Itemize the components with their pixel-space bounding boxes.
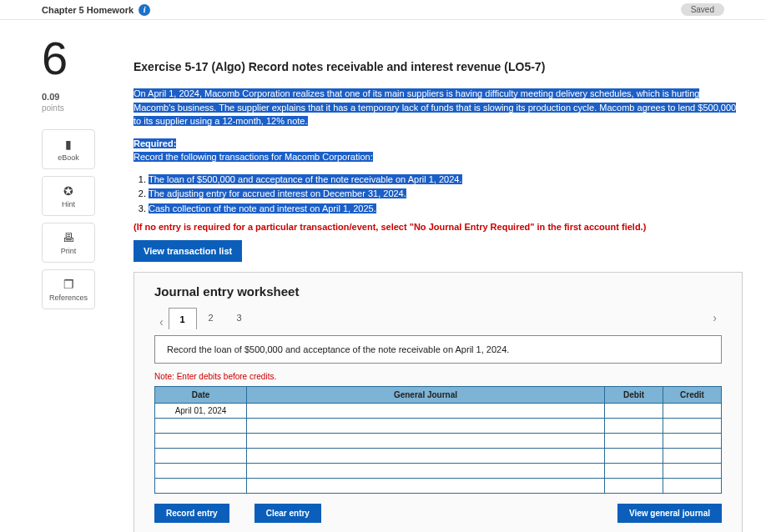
journal-table: Date General Journal Debit Credit April … — [154, 386, 722, 494]
cell-date[interactable] — [155, 419, 247, 434]
enter-note: Note: Enter debits before credits. — [154, 372, 722, 381]
required-intro: Record the following transactions for Ma… — [134, 152, 373, 162]
hint-label: Hint — [62, 200, 75, 208]
points-label: points — [42, 103, 108, 113]
chevron-left-icon[interactable]: ‹ — [154, 315, 169, 329]
th-credit: Credit — [663, 387, 722, 404]
required-block: Required: Record the following transacti… — [134, 137, 743, 164]
cell-journal[interactable] — [247, 464, 605, 479]
instruction-box: Record the loan of $500,000 and acceptan… — [154, 335, 722, 364]
cell-journal[interactable] — [247, 479, 605, 494]
points-value: 0.09 — [42, 92, 108, 102]
list-item: The adjusting entry for accrued interest… — [149, 187, 743, 201]
ebook-label: eBook — [58, 153, 79, 162]
worksheet-tab-1[interactable]: 1 — [169, 308, 197, 329]
cell-debit[interactable] — [605, 464, 663, 479]
worksheet-tab-2[interactable]: 2 — [197, 307, 225, 329]
cell-date[interactable]: April 01, 2024 — [155, 404, 247, 419]
worksheet-title: Journal entry worksheet — [154, 284, 722, 299]
cell-credit[interactable] — [663, 404, 722, 419]
nav-buttons: ▮ eBook ✪ Hint 🖶 Print ❐ References — [42, 129, 108, 309]
cell-debit[interactable] — [605, 419, 663, 434]
left-sidebar: 6 0.09 points ▮ eBook ✪ Hint 🖶 Print ❐ R… — [42, 28, 108, 532]
cell-debit[interactable] — [605, 404, 663, 419]
req-item-2: The adjusting entry for accrued interest… — [149, 188, 406, 198]
th-date: Date — [155, 387, 247, 404]
hint-button[interactable]: ✪ Hint — [42, 176, 95, 216]
question-number: 6 — [42, 35, 108, 82]
th-journal: General Journal — [247, 387, 605, 404]
worksheet-tabs-row: ‹ 1 2 3 › — [154, 307, 722, 329]
cell-journal[interactable] — [247, 449, 605, 464]
cell-debit[interactable] — [605, 479, 663, 494]
cell-credit[interactable] — [663, 464, 722, 479]
journal-worksheet: Journal entry worksheet ‹ 1 2 3 › Record… — [134, 272, 743, 532]
saved-badge: Saved — [681, 3, 724, 16]
table-row — [155, 419, 722, 434]
cell-date[interactable] — [155, 449, 247, 464]
cell-date[interactable] — [155, 434, 247, 449]
chapter-title: Chapter 5 Homework i — [42, 4, 150, 16]
cell-debit[interactable] — [605, 434, 663, 449]
table-row: April 01, 2024 — [155, 404, 722, 419]
record-entry-button[interactable]: Record entry — [154, 504, 229, 523]
clear-entry-button[interactable]: Clear entry — [254, 504, 321, 523]
lifebuoy-icon: ✪ — [63, 184, 73, 198]
cell-date[interactable] — [155, 479, 247, 494]
cell-journal[interactable] — [247, 419, 605, 434]
cell-journal[interactable] — [247, 434, 605, 449]
table-row — [155, 479, 722, 494]
table-row — [155, 464, 722, 479]
worksheet-actions: Record entry Clear entry View general jo… — [154, 504, 722, 523]
list-item: Cash collection of the note and interest… — [149, 202, 743, 216]
chevron-right-icon[interactable]: › — [708, 311, 722, 324]
references-label: References — [49, 294, 88, 302]
tabs-left: ‹ 1 2 3 — [154, 307, 254, 329]
conditional-note: (If no entry is required for a particula… — [134, 222, 743, 232]
view-general-journal-button[interactable]: View general journal — [617, 504, 722, 523]
problem-paragraph: On April 1, 2024, Macomb Corporation rea… — [134, 87, 743, 128]
ebook-button[interactable]: ▮ eBook — [42, 129, 95, 169]
cell-credit[interactable] — [663, 449, 722, 464]
cell-debit[interactable] — [605, 449, 663, 464]
cell-credit[interactable] — [663, 434, 722, 449]
top-bar: Chapter 5 Homework i Saved — [0, 0, 766, 20]
references-button[interactable]: ❐ References — [42, 269, 95, 309]
worksheet-tab-3[interactable]: 3 — [225, 307, 254, 329]
view-transaction-list-button[interactable]: View transaction list — [134, 240, 242, 262]
req-item-1: The loan of $500,000 and acceptance of t… — [149, 174, 462, 184]
table-row — [155, 449, 722, 464]
print-icon: 🖶 — [63, 231, 74, 244]
req-item-3: Cash collection of the note and interest… — [149, 203, 376, 213]
required-label: Required: — [134, 138, 176, 148]
cell-journal[interactable] — [247, 404, 605, 419]
cell-credit[interactable] — [663, 479, 722, 494]
cell-date[interactable] — [155, 464, 247, 479]
info-icon[interactable]: i — [139, 4, 150, 16]
main-content: Exercise 5-17 (Algo) Record notes receiv… — [108, 28, 759, 532]
requirements-list: The loan of $500,000 and acceptance of t… — [134, 173, 743, 216]
list-item: The loan of $500,000 and acceptance of t… — [149, 173, 743, 187]
cell-credit[interactable] — [663, 419, 722, 434]
book-icon: ▮ — [65, 138, 72, 151]
table-row — [155, 434, 722, 449]
chapter-text: Chapter 5 Homework — [42, 5, 134, 15]
journal-body: April 01, 2024 — [155, 404, 722, 494]
document-icon: ❐ — [63, 278, 74, 291]
th-debit: Debit — [605, 387, 663, 404]
problem-text: On April 1, 2024, Macomb Corporation rea… — [134, 88, 736, 126]
print-label: Print — [61, 247, 77, 255]
print-button[interactable]: 🖶 Print — [42, 223, 95, 263]
exercise-title: Exercise 5-17 (Algo) Record notes receiv… — [134, 60, 743, 73]
